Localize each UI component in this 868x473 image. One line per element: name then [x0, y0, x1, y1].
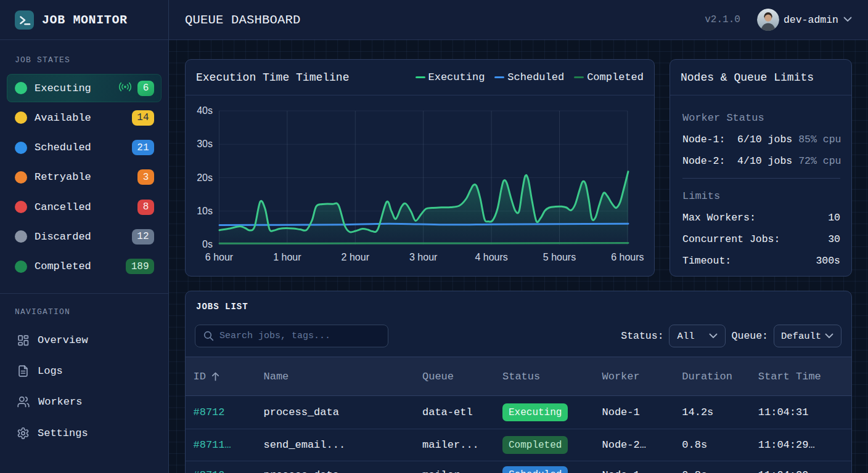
- svg-text:5 hours: 5 hours: [543, 252, 576, 262]
- svg-text:6 hour: 6 hour: [205, 252, 234, 262]
- svg-text:10s: 10s: [197, 206, 213, 216]
- svg-text:4 hours: 4 hours: [475, 252, 507, 262]
- svg-text:0s: 0s: [202, 239, 213, 249]
- svg-text:3 hour: 3 hour: [409, 252, 438, 262]
- svg-text:1 hour: 1 hour: [273, 252, 301, 262]
- svg-text:2 hour: 2 hour: [342, 252, 370, 262]
- svg-text:40s: 40s: [197, 105, 213, 116]
- svg-text:20s: 20s: [197, 172, 213, 183]
- svg-text:30s: 30s: [197, 139, 213, 149]
- svg-text:6 hours: 6 hours: [611, 252, 644, 262]
